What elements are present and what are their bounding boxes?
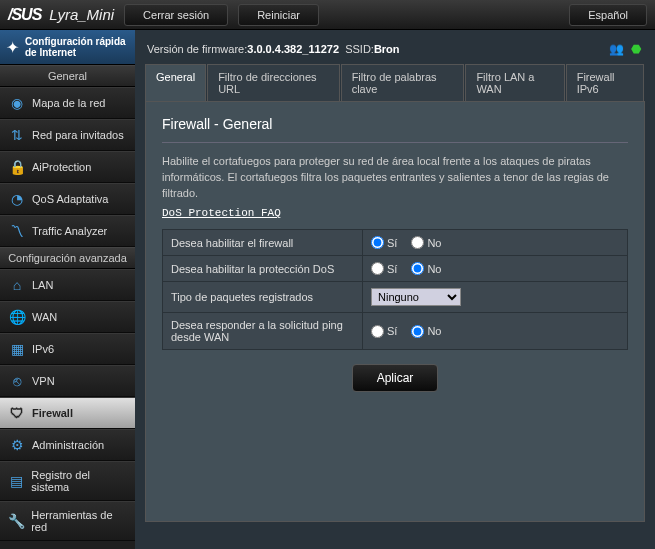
sidebar-item-vpn[interactable]: ⎋VPN bbox=[0, 365, 135, 397]
tab-ipv6-fw[interactable]: Firewall IPv6 bbox=[566, 64, 644, 101]
wand-icon: ✦ bbox=[6, 38, 19, 57]
lock-icon: 🔒 bbox=[8, 159, 26, 175]
log-icon: ▤ bbox=[8, 473, 25, 489]
language-button[interactable]: Español bbox=[569, 4, 647, 26]
sidebar-item-tools[interactable]: 🔧Herramientas de red bbox=[0, 501, 135, 541]
gauge-icon: ◔ bbox=[8, 191, 26, 207]
section-general: General bbox=[0, 65, 135, 87]
clients-icon[interactable]: 👥 bbox=[609, 42, 623, 56]
settings-table: Desea habilitar el firewall Sí No Desea … bbox=[162, 229, 628, 350]
firmware-line: Versión de firmware: 3.0.0.4.382_11272 S… bbox=[145, 38, 645, 60]
sidebar-item-aiprotection[interactable]: 🔒AiProtection bbox=[0, 151, 135, 183]
dos-faq-link[interactable]: DoS Protection FAQ bbox=[162, 207, 281, 219]
sidebar-item-lan[interactable]: ⌂LAN bbox=[0, 269, 135, 301]
sidebar-item-network-map[interactable]: ◉Mapa de la red bbox=[0, 87, 135, 119]
sidebar-item-ipv6[interactable]: ▦IPv6 bbox=[0, 333, 135, 365]
content-panel: Firewall - General Habilite el cortafueg… bbox=[145, 102, 645, 522]
admin-icon: ⚙ bbox=[8, 437, 26, 453]
sidebar-item-syslog[interactable]: ▤Registro del sistema bbox=[0, 461, 135, 501]
sidebar-item-firewall[interactable]: 🛡Firewall bbox=[0, 397, 135, 429]
tools-icon: 🔧 bbox=[8, 513, 25, 529]
enable-firewall-radio[interactable]: Sí No bbox=[371, 236, 619, 249]
sidebar-item-wan[interactable]: 🌐WAN bbox=[0, 301, 135, 333]
quick-setup-button[interactable]: ✦ Configuración rápida de Internet bbox=[0, 30, 135, 65]
sidebar-item-admin[interactable]: ⚙Administración bbox=[0, 429, 135, 461]
ipv6-icon: ▦ bbox=[8, 341, 26, 357]
firmware-version: 3.0.0.4.382_11272 bbox=[247, 43, 339, 55]
main-panel: Versión de firmware: 3.0.0.4.382_11272 S… bbox=[135, 30, 655, 549]
tab-bar: General Filtro de direcciones URL Filtro… bbox=[145, 64, 645, 102]
apply-button[interactable]: Aplicar bbox=[352, 364, 439, 392]
sidebar-item-qos[interactable]: ◔QoS Adaptativa bbox=[0, 183, 135, 215]
vpn-icon: ⎋ bbox=[8, 373, 26, 389]
globe-icon: 🌐 bbox=[8, 309, 26, 325]
sidebar: ✦ Configuración rápida de Internet Gener… bbox=[0, 30, 135, 549]
home-icon: ⌂ bbox=[8, 277, 26, 293]
enable-dos-radio[interactable]: Sí No bbox=[371, 262, 619, 275]
network-icon: ◉ bbox=[8, 95, 26, 111]
ssid-value: Bron bbox=[374, 43, 400, 55]
top-bar: /SUS Lyra_Mini Cerrar sesión Reiniciar E… bbox=[0, 0, 655, 30]
page-description: Habilite el cortafuegos para proteger su… bbox=[162, 153, 628, 201]
section-advanced: Configuración avanzada bbox=[0, 247, 135, 269]
packet-type-select[interactable]: Ninguno bbox=[371, 288, 461, 306]
tab-url-filter[interactable]: Filtro de direcciones URL bbox=[207, 64, 339, 101]
model-name: Lyra_Mini bbox=[49, 6, 114, 23]
row-enable-firewall-label: Desea habilitar el firewall bbox=[163, 230, 363, 256]
row-packet-type-label: Tipo de paquetes registrados bbox=[163, 282, 363, 313]
tab-lan-wan[interactable]: Filtro LAN a WAN bbox=[465, 64, 564, 101]
ping-wan-radio[interactable]: Sí No bbox=[371, 325, 619, 338]
reboot-button[interactable]: Reiniciar bbox=[238, 4, 319, 26]
brand-logo: /SUS bbox=[8, 6, 41, 24]
row-ping-wan-label: Desea responder a la solicitud ping desd… bbox=[163, 313, 363, 350]
sidebar-item-traffic[interactable]: 〽Traffic Analyzer bbox=[0, 215, 135, 247]
shield-icon: 🛡 bbox=[8, 405, 26, 421]
guest-icon: ⇅ bbox=[8, 127, 26, 143]
page-title: Firewall - General bbox=[162, 116, 628, 143]
status-icon[interactable]: ⬣ bbox=[629, 42, 643, 56]
sidebar-item-guest-network[interactable]: ⇅Red para invitados bbox=[0, 119, 135, 151]
row-enable-dos-label: Desea habilitar la protección DoS bbox=[163, 256, 363, 282]
chart-icon: 〽 bbox=[8, 223, 26, 239]
tab-general[interactable]: General bbox=[145, 64, 206, 101]
tab-keyword-filter[interactable]: Filtro de palabras clave bbox=[341, 64, 465, 101]
logout-button[interactable]: Cerrar sesión bbox=[124, 4, 228, 26]
